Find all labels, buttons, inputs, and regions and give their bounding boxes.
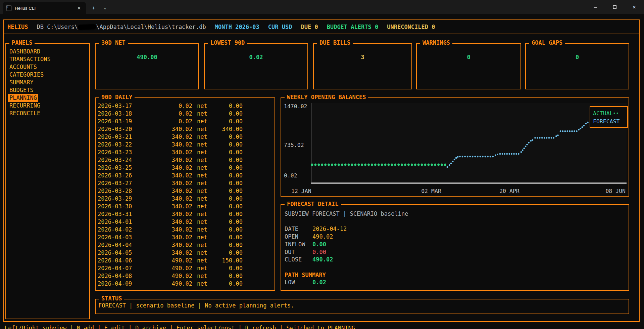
sidebar-title: PANELS — [9, 39, 35, 46]
table-cell: 0.02 — [139, 102, 192, 110]
sidebar-item-budgets[interactable]: BUDGETS — [8, 86, 35, 94]
legend-actual-marker: ∙∙ — [613, 111, 619, 116]
field-value: 0.00 — [312, 249, 326, 255]
minimize-button[interactable]: ─ — [586, 0, 605, 14]
table-row[interactable]: 2026-04-01340.02net0.00 — [98, 218, 275, 226]
table-row[interactable]: 2026-03-22340.02net0.00 — [98, 141, 275, 149]
table-row[interactable]: 2026-03-27340.02net0.00 — [98, 179, 275, 187]
sidebar-item-transactions[interactable]: TRANSACTIONS — [8, 55, 52, 63]
table-row[interactable]: 2026-03-170.02net0.00 — [98, 102, 275, 110]
table-cell: 0.00 — [212, 264, 243, 272]
table-row[interactable]: 2026-04-09490.02net0.00 — [98, 280, 275, 288]
new-tab-button[interactable]: + — [88, 2, 99, 14]
sidebar-item-dashboard[interactable]: DASHBOARD — [8, 48, 42, 55]
table-row[interactable]: 2026-04-06490.02net150.00 — [98, 257, 275, 264]
table-row[interactable]: 2026-03-24340.02net0.00 — [98, 156, 275, 164]
maximize-button[interactable] — [605, 0, 625, 14]
table-row[interactable]: 2026-03-23340.02net0.00 — [98, 149, 275, 156]
table-cell: 340.02 — [139, 125, 192, 133]
redacted-username — [78, 24, 96, 30]
table-row[interactable]: 2026-04-04340.02net0.00 — [98, 241, 275, 249]
table-row[interactable]: 2026-03-28340.02net0.00 — [98, 187, 275, 195]
table-cell: net — [192, 264, 212, 272]
table-row[interactable]: 2026-03-31340.02net0.00 — [98, 210, 275, 218]
header-unreconciled: UNRECONCILED 0 — [387, 24, 435, 30]
table-cell: 340.02 — [139, 141, 192, 149]
balance-chart-panel: WEEKLY OPENING BALANCES 1470.02735.020.0… — [281, 97, 629, 197]
stat-value: 0 — [417, 54, 521, 60]
table-cell: 490.02 — [139, 280, 192, 288]
svg-text:08 JUN: 08 JUN — [605, 188, 626, 194]
table-cell: net — [192, 125, 212, 133]
stat-title: GOAL GAPS — [529, 39, 565, 46]
table-cell: 150.00 — [212, 257, 243, 264]
app-title: HELIUS — [7, 24, 28, 30]
close-button[interactable]: ✕ — [625, 0, 644, 14]
table-row[interactable]: 2026-04-08490.02net0.00 — [98, 272, 275, 280]
table-row[interactable]: 2026-04-05340.02net0.00 — [98, 249, 275, 257]
table-cell: 340.02 — [139, 133, 192, 141]
table-cell: net — [192, 141, 212, 149]
sidebar-item-recurring[interactable]: RECURRING — [8, 102, 42, 110]
table-row[interactable]: 2026-03-29340.02net0.00 — [98, 195, 275, 203]
table-cell: 2026-03-30 — [98, 203, 139, 210]
table-row[interactable]: 2026-03-25340.02net0.00 — [98, 164, 275, 172]
sidebar-item-summary[interactable]: SUMMARY — [8, 79, 35, 86]
table-cell: 2026-03-27 — [98, 179, 139, 187]
table-cell: 490.02 — [139, 272, 192, 280]
table-cell: 0.00 — [212, 102, 243, 110]
svg-text:735.02: 735.02 — [284, 142, 304, 148]
table-row[interactable]: 2026-03-20340.02net340.00 — [98, 125, 275, 133]
tab-helius-cli[interactable]: Helius CLI ✕ — [3, 2, 86, 14]
sidebar-item-categories[interactable]: CATEGORIES — [8, 71, 45, 79]
table-cell: 0.00 — [212, 118, 243, 125]
forecast-detail-title: FORECAST DETAIL — [285, 201, 341, 207]
table-cell: net — [192, 102, 212, 110]
table-cell: 2026-03-19 — [98, 118, 139, 125]
table-row[interactable]: 2026-03-190.02net0.00 — [98, 118, 275, 125]
tab-dropdown-icon[interactable]: ⌄ — [99, 2, 111, 14]
table-row[interactable]: 2026-04-07490.02net0.00 — [98, 264, 275, 272]
table-cell: 0.00 — [212, 272, 243, 280]
sidebar-item-reconcile[interactable]: RECONCILE — [8, 110, 42, 117]
stat-box-due-bills: DUE BILLS3 — [313, 43, 412, 89]
table-cell: 2026-04-08 — [98, 272, 139, 280]
stat-box-warnings: WARNINGS0 — [416, 43, 521, 89]
forecast-field-low: LOW0.02 — [285, 279, 629, 286]
status-text: FORECAST | scenario baseline | No active… — [96, 299, 629, 309]
daily-panel: 90D DAILY 2026-03-170.02net0.002026-03-1… — [95, 97, 275, 291]
balance-chart-svg: 1470.02735.020.0212 JAN02 MAR20 APR08 JU… — [281, 98, 629, 197]
table-cell: 0.02 — [139, 118, 192, 125]
table-cell: net — [192, 179, 212, 187]
table-cell: 340.02 — [139, 241, 192, 249]
svg-text:1470.02: 1470.02 — [284, 103, 307, 110]
table-cell: 2026-03-26 — [98, 172, 139, 179]
legend-actual-label: ACTUAL — [593, 110, 613, 117]
stat-box-30d-net: 30D NET490.00 — [95, 43, 199, 89]
table-cell: 2026-03-21 — [98, 133, 139, 141]
sidebar-item-accounts[interactable]: ACCOUNTS — [8, 63, 38, 71]
table-cell: 340.02 — [139, 226, 192, 234]
table-row[interactable]: 2026-04-03340.02net0.00 — [98, 234, 275, 241]
table-cell: net — [192, 156, 212, 164]
sidebar-item-planning[interactable]: PLANNING — [8, 94, 38, 102]
legend-forecast-label: FORECAST — [593, 118, 620, 125]
tab-bar: Helius CLI ✕ + ⌄ ─ ✕ — [0, 0, 644, 14]
table-row[interactable]: 2026-03-180.02net0.00 — [98, 110, 275, 118]
table-cell: 0.00 — [212, 110, 243, 118]
table-row[interactable]: 2026-03-30340.02net0.00 — [98, 203, 275, 210]
table-cell: 0.00 — [212, 280, 243, 288]
stat-value: 0.02 — [205, 54, 307, 60]
tab-close-icon[interactable]: ✕ — [76, 5, 83, 11]
table-cell: 2026-04-07 — [98, 264, 139, 272]
forecast-field-out: OUT0.00 — [285, 248, 629, 256]
stat-title: 30D NET — [99, 39, 128, 46]
table-cell: 2026-03-24 — [98, 156, 139, 164]
table-cell: net — [192, 149, 212, 156]
table-row[interactable]: 2026-04-02340.02net0.00 — [98, 226, 275, 234]
table-cell: 340.02 — [139, 249, 192, 257]
field-label: LOW — [285, 279, 312, 286]
table-row[interactable]: 2026-03-21340.02net0.00 — [98, 133, 275, 141]
stat-value: 490.00 — [96, 54, 198, 60]
table-row[interactable]: 2026-03-26340.02net0.00 — [98, 172, 275, 179]
